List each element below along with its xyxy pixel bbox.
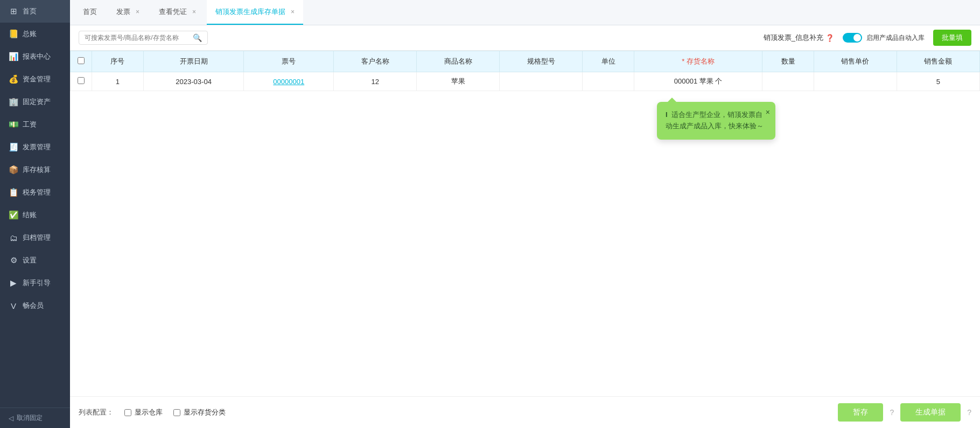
data-table: 序号 开票日期 票号 客户名称 商品名称 规格型号 单位 * 存货名称 数量 销… bbox=[70, 51, 980, 91]
tab-stock-slip[interactable]: 销顶发票生成库存单据 × bbox=[207, 0, 303, 25]
guide-icon: ▶ bbox=[9, 278, 18, 288]
toggle-label: 启用产成品自动入库 bbox=[866, 33, 925, 43]
inventory-icon: 📦 bbox=[9, 165, 18, 175]
archive-icon: 🗂 bbox=[9, 233, 18, 243]
content-area: 🔍 销顶发票_信息补充 ❓ 启用产成品自动入库 批量填 bbox=[70, 25, 980, 428]
show-inventory-category-checkbox[interactable]: 显示存货分类 bbox=[173, 408, 226, 417]
row-inventory-name: 000001 苹果 个 bbox=[634, 72, 762, 91]
bottom-bar: 列表配置： 显示仓库 显示存货分类 暂存 ? 生成单据 ? bbox=[70, 396, 980, 428]
report-icon: 📊 bbox=[9, 52, 18, 61]
sidebar-item-settle[interactable]: ✅ 结账 bbox=[0, 204, 70, 226]
tab-voucher[interactable]: 查看凭证 × bbox=[150, 0, 205, 25]
col-spec: 规格型号 bbox=[500, 51, 583, 72]
main-area: 首页 发票 × 查看凭证 × 销顶发票生成库存单据 × 🔍 销顶发票_信息补充 bbox=[70, 0, 980, 428]
show-inventory-category-input[interactable] bbox=[173, 409, 180, 416]
toolbar-right: 销顶发票_信息补充 ❓ 启用产成品自动入库 批量填 bbox=[764, 30, 971, 46]
row-unit-price bbox=[814, 72, 897, 91]
pin-button[interactable]: ◁ 取消固定 bbox=[0, 408, 70, 428]
row-quantity bbox=[762, 72, 814, 91]
config-label: 列表配置： bbox=[79, 408, 114, 417]
col-checkbox bbox=[71, 51, 92, 72]
row-unit bbox=[583, 72, 634, 91]
sidebar-item-invoice-mgr[interactable]: 🧾 发票管理 bbox=[0, 136, 70, 158]
sidebar-item-member[interactable]: V 畅会员 bbox=[0, 294, 70, 317]
tab-invoice[interactable]: 发票 × bbox=[108, 0, 148, 25]
row-checkbox[interactable] bbox=[78, 77, 85, 84]
col-ticket-no: 票号 bbox=[244, 51, 334, 72]
invoice-mgr-icon: 🧾 bbox=[9, 142, 18, 152]
tab-home[interactable]: 首页 bbox=[74, 0, 106, 25]
toolbar: 🔍 销顶发票_信息补充 ❓ 启用产成品自动入库 批量填 bbox=[70, 25, 980, 51]
close-stock-slip-tab[interactable]: × bbox=[291, 8, 295, 16]
row-checkbox-cell bbox=[71, 72, 92, 91]
table-wrap: 序号 开票日期 票号 客户名称 商品名称 规格型号 单位 * 存货名称 数量 销… bbox=[70, 51, 980, 396]
sidebar-item-assets[interactable]: 🏢 固定资产 bbox=[0, 91, 70, 113]
sidebar-item-settings[interactable]: ⚙ 设置 bbox=[0, 249, 70, 272]
auto-warehouse-toggle[interactable] bbox=[843, 33, 862, 43]
search-icon: 🔍 bbox=[193, 33, 202, 42]
info-tooltip-icon[interactable]: ❓ bbox=[825, 34, 834, 42]
row-ticket-no[interactable]: 00000001 bbox=[244, 72, 334, 91]
col-date: 开票日期 bbox=[143, 51, 243, 72]
row-amount: 5 bbox=[897, 72, 979, 91]
tax-icon: 📋 bbox=[9, 188, 18, 197]
sidebar-item-home[interactable]: ⊞ 首页 bbox=[0, 0, 70, 23]
ledger-icon: 📒 bbox=[9, 29, 18, 39]
col-amount: 销售金额 bbox=[897, 51, 979, 72]
member-icon: V bbox=[9, 301, 18, 310]
col-unit-price: 销售单价 bbox=[814, 51, 897, 72]
generate-button[interactable]: 生成单据 bbox=[900, 403, 961, 422]
col-inventory-name: * 存货名称 bbox=[634, 51, 762, 72]
show-warehouse-input[interactable] bbox=[124, 409, 131, 416]
close-voucher-tab[interactable]: × bbox=[192, 8, 196, 16]
show-warehouse-checkbox[interactable]: 显示仓库 bbox=[124, 408, 163, 417]
col-quantity: 数量 bbox=[762, 51, 814, 72]
table-header-row: 序号 开票日期 票号 客户名称 商品名称 规格型号 单位 * 存货名称 数量 销… bbox=[71, 51, 980, 72]
close-invoice-tab[interactable]: × bbox=[136, 8, 139, 16]
search-box[interactable]: 🔍 bbox=[79, 31, 208, 45]
row-spec bbox=[500, 72, 583, 91]
action-area: 暂存 ? 生成单据 ? bbox=[838, 403, 971, 422]
save-button[interactable]: 暂存 bbox=[838, 403, 883, 422]
ticket-no-link[interactable]: 00000001 bbox=[273, 78, 304, 86]
col-seq: 序号 bbox=[92, 51, 144, 72]
row-product-name: 苹果 bbox=[417, 72, 500, 91]
home-icon: ⊞ bbox=[9, 6, 18, 16]
sidebar-item-capital[interactable]: 💰 资金管理 bbox=[0, 68, 70, 91]
pin-icon: ◁ bbox=[9, 415, 13, 422]
settings-icon: ⚙ bbox=[9, 256, 18, 265]
capital-icon: 💰 bbox=[9, 74, 18, 84]
tooltip-popup: × I 适合生产型企业，销顶发票自动生成产成品入库，快来体验～ bbox=[657, 102, 775, 140]
settle-icon: ✅ bbox=[9, 210, 18, 220]
generate-help-icon[interactable]: ? bbox=[967, 408, 971, 417]
info-label: 销顶发票_信息补充 ❓ bbox=[764, 33, 834, 43]
row-date: 2023-03-04 bbox=[143, 72, 243, 91]
search-input[interactable] bbox=[85, 34, 190, 42]
assets-icon: 🏢 bbox=[9, 97, 18, 107]
sidebar-item-salary[interactable]: 💵 工资 bbox=[0, 113, 70, 136]
sidebar-item-guide[interactable]: ▶ 新手引导 bbox=[0, 272, 70, 294]
tooltip-icon: I bbox=[666, 111, 668, 119]
tooltip-close-button[interactable]: × bbox=[766, 106, 770, 118]
table-row: 1 2023-03-04 00000001 12 苹果 000001 苹果 个 … bbox=[71, 72, 980, 91]
sidebar-item-ledger[interactable]: 📒 总账 bbox=[0, 23, 70, 45]
sidebar-item-inventory[interactable]: 📦 库存核算 bbox=[0, 158, 70, 181]
sidebar-item-archive[interactable]: 🗂 归档管理 bbox=[0, 226, 70, 249]
save-help-icon[interactable]: ? bbox=[890, 408, 894, 417]
batch-fill-button[interactable]: 批量填 bbox=[933, 30, 971, 46]
row-seq: 1 bbox=[92, 72, 144, 91]
row-customer: 12 bbox=[334, 72, 417, 91]
col-product-name: 商品名称 bbox=[417, 51, 500, 72]
select-all-checkbox[interactable] bbox=[78, 57, 85, 64]
salary-icon: 💵 bbox=[9, 120, 18, 129]
tooltip-text: 适合生产型企业，销顶发票自动生成产成品入库，快来体验～ bbox=[666, 111, 764, 130]
sidebar: ⊞ 首页 📒 总账 📊 报表中心 💰 资金管理 🏢 固定资产 💵 工资 🧾 发票… bbox=[0, 0, 70, 428]
col-customer: 客户名称 bbox=[334, 51, 417, 72]
sidebar-item-report[interactable]: 📊 报表中心 bbox=[0, 45, 70, 68]
col-unit: 单位 bbox=[583, 51, 634, 72]
toggle-wrap: 启用产成品自动入库 bbox=[843, 33, 925, 43]
tab-bar: 首页 发票 × 查看凭证 × 销顶发票生成库存单据 × bbox=[70, 0, 980, 25]
sidebar-item-tax[interactable]: 📋 税务管理 bbox=[0, 181, 70, 204]
